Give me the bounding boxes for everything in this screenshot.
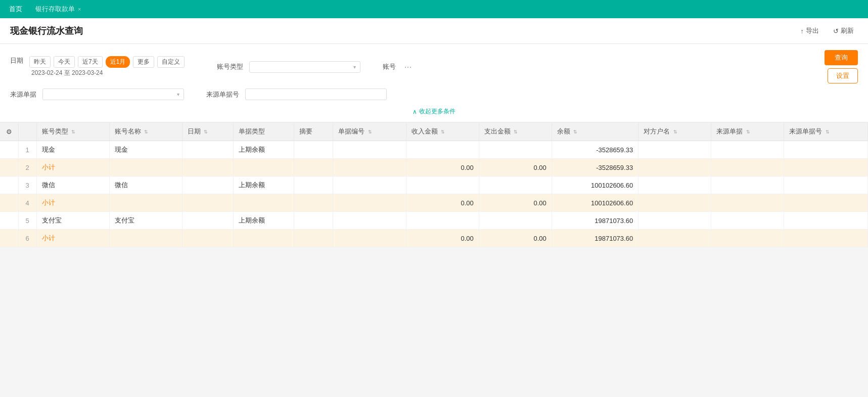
- cell-balance: -3528659.33: [552, 159, 638, 177]
- column-expense[interactable]: 支出金额 ⇅: [479, 122, 552, 141]
- account-type-select[interactable]: ▾: [249, 61, 360, 73]
- table-row: 2小计0.000.00-3528659.33: [0, 159, 868, 177]
- sort-icon-income: ⇅: [441, 129, 445, 135]
- cell-source-doc-num: [784, 212, 868, 230]
- cell-source-doc: [711, 177, 784, 194]
- cell-counterparty: [638, 212, 711, 230]
- cell-summary: [294, 141, 333, 159]
- export-icon: ↑: [801, 27, 804, 35]
- column-date[interactable]: 日期 ⇅: [182, 122, 233, 141]
- cell-gear: [0, 177, 18, 194]
- cell-doc-type: 上期余额: [234, 177, 294, 194]
- source-doc-select[interactable]: ▾: [42, 89, 184, 100]
- account-label: 账号: [383, 62, 396, 71]
- sort-icon-source-doc: ⇅: [746, 129, 750, 135]
- sort-icon-source-doc-num: ⇅: [826, 129, 830, 135]
- source-doc-arrow: ▾: [177, 92, 179, 97]
- cell-balance: 19871073.60: [552, 230, 638, 247]
- cell-source-doc-num: [784, 230, 868, 247]
- table-body: 1现金现金上期余额-3528659.332小计0.000.00-3528659.…: [0, 141, 868, 247]
- cell-account-name: [109, 230, 182, 247]
- page-title: 现金银行流水查询: [10, 25, 83, 43]
- cell-doc-type: [234, 159, 294, 177]
- nav-tabs: 收款单×付款单×其他收入单×应收应付调整单×银行存取款单×预收冲应收单×收款核销…: [29, 0, 100, 18]
- account-type-arrow: ▾: [353, 64, 356, 70]
- column-gear[interactable]: ⚙: [0, 122, 18, 141]
- cell-date: [182, 230, 233, 247]
- date-btn-1month[interactable]: 近1月: [106, 56, 130, 68]
- export-button[interactable]: ↑ 导出: [797, 24, 824, 37]
- account-type-input[interactable]: [254, 63, 351, 71]
- cell-doc-number: [333, 159, 406, 177]
- account-dots[interactable]: ···: [402, 62, 414, 72]
- cell-summary: [294, 177, 333, 194]
- cell-doc-type: 上期余额: [234, 212, 294, 230]
- cell-counterparty: [638, 159, 711, 177]
- cell-account-name: 微信: [109, 177, 182, 194]
- date-btn-yesterday[interactable]: 昨天: [29, 56, 51, 68]
- column-index: [18, 122, 36, 141]
- column-counterparty[interactable]: 对方户名 ⇅: [638, 122, 711, 141]
- cell-income: 0.00: [406, 159, 479, 177]
- cell-gear: [0, 230, 18, 247]
- column-source-doc-num[interactable]: 来源单据号 ⇅: [784, 122, 868, 141]
- page-header: 现金银行流水查询 ↑ 导出 ↺ 刷新: [0, 18, 868, 44]
- column-account-type[interactable]: 账号类型 ⇅: [36, 122, 109, 141]
- column-doc-number[interactable]: 单据编号 ⇅: [333, 122, 406, 141]
- column-income[interactable]: 收入金额 ⇅: [406, 122, 479, 141]
- date-btn-7days[interactable]: 近7天: [78, 56, 103, 68]
- cell-doc-type: [234, 230, 294, 247]
- collapse-button[interactable]: ∧ 收起更多条件: [413, 107, 455, 116]
- date-btn-today[interactable]: 今天: [54, 56, 75, 68]
- cell-account-type: 小计: [36, 159, 109, 177]
- column-account-name[interactable]: 账号名称 ⇅: [109, 122, 182, 141]
- cell-account-name: 支付宝: [109, 212, 182, 230]
- source-doc-num-input[interactable]: [250, 91, 382, 98]
- source-doc-input[interactable]: [47, 91, 175, 98]
- query-button[interactable]: 查询: [825, 50, 858, 65]
- account-type-label: 账号类型: [217, 62, 243, 71]
- column-source-doc[interactable]: 来源单据 ⇅: [711, 122, 784, 141]
- cell-doc-number: [333, 177, 406, 194]
- cell-summary: [294, 194, 333, 212]
- cell-counterparty: [638, 177, 711, 194]
- sort-icon-account-name: ⇅: [144, 129, 148, 135]
- cell-source-doc-num: [784, 159, 868, 177]
- cell-counterparty: [638, 194, 711, 212]
- table-row: 1现金现金上期余额-3528659.33: [0, 141, 868, 159]
- column-balance[interactable]: 余额 ⇅: [552, 122, 638, 141]
- cell-account-name: [109, 159, 182, 177]
- date-btn-custom[interactable]: 自定义: [157, 56, 185, 68]
- cell-income: [406, 141, 479, 159]
- source-doc-num-input-wrap[interactable]: [245, 89, 387, 100]
- cell-idx: 4: [18, 194, 36, 212]
- cell-gear: [0, 141, 18, 159]
- nav-tab-银行存取款单[interactable]: 银行存取款单×: [29, 0, 100, 18]
- cell-date: [182, 141, 233, 159]
- settings-button[interactable]: 设置: [828, 68, 858, 83]
- cell-doc-number: [333, 230, 406, 247]
- nav-tab-close[interactable]: ×: [78, 6, 81, 12]
- table-container: ⚙ 账号类型 ⇅ 账号名称 ⇅ 日期 ⇅ 单据类型 摘要 单据编号 ⇅ 收入金额…: [0, 122, 868, 247]
- cell-account-name: 现金: [109, 141, 182, 159]
- filter-area: 日期 昨天 今天 近7天 近1月 更多 自定义 2023-02-24 至 202…: [0, 44, 868, 122]
- cell-source-doc-num: [784, 194, 868, 212]
- cell-date: [182, 212, 233, 230]
- sort-icon-date: ⇅: [204, 129, 208, 135]
- cell-account-type: 小计: [36, 194, 109, 212]
- cell-source-doc: [711, 212, 784, 230]
- account-type-filter: 账号类型 ▾: [217, 61, 360, 73]
- sort-icon-balance: ⇅: [573, 129, 577, 135]
- cell-balance: 100102606.60: [552, 194, 638, 212]
- home-tab[interactable]: 首页: [2, 5, 29, 14]
- cell-expense: [479, 141, 552, 159]
- cell-account-type: 微信: [36, 177, 109, 194]
- cell-balance: -3528659.33: [552, 141, 638, 159]
- source-doc-filter: 来源单据 ▾: [10, 89, 184, 100]
- nav-tab-label: 银行存取款单: [35, 5, 75, 14]
- column-doc-type: 单据类型: [234, 122, 294, 141]
- cell-balance: 19871073.60: [552, 212, 638, 230]
- cell-expense: 0.00: [479, 194, 552, 212]
- refresh-button[interactable]: ↺ 刷新: [829, 24, 858, 37]
- date-btn-more[interactable]: 更多: [133, 56, 154, 68]
